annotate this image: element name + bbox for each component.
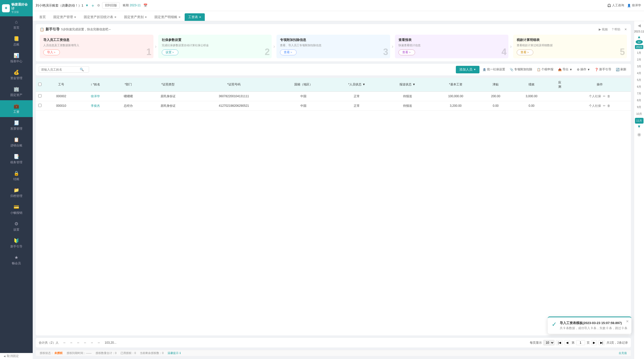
account-dropdown-icon[interactable]: ▼ <box>85 4 89 7</box>
page-prev-button[interactable]: ◀ <box>564 340 570 345</box>
operations-button[interactable]: ⚙ 操作 ▼ <box>575 66 592 73</box>
page-first-button[interactable]: |◀ <box>556 340 562 345</box>
tab-home[interactable]: 首页 <box>36 13 49 21</box>
user-profile[interactable]: 👤 徐泽华 <box>627 3 641 8</box>
tab-fixed-assets[interactable]: 固定资产管理 ✕ <box>50 13 80 21</box>
sidebar-item-expense[interactable]: 💳 小畅报销 <box>0 201 33 218</box>
right-panel-month-10[interactable]: 10月 <box>635 111 643 117</box>
sidebar-item-ledger[interactable]: 📒 总账 <box>0 33 33 50</box>
page-next-button[interactable]: ▶ <box>591 340 597 345</box>
right-panel-month-5[interactable]: 5月 <box>635 77 643 83</box>
action-delete-icon-2[interactable]: 🗑 <box>607 104 610 108</box>
sidebar-item-payroll[interactable]: 💼 工资 <box>0 100 33 117</box>
new-guide-button[interactable]: ❓ 新手引导 <box>593 66 613 73</box>
right-panel-month-11[interactable]: 11月 <box>635 118 643 124</box>
sidebar-item-reports[interactable]: 📊 报表中心 <box>0 50 33 67</box>
refresh-button[interactable]: 🔄 刷新 <box>614 66 628 73</box>
user-avatar: 👤 <box>627 4 631 7</box>
wizard-help-link[interactable]: ? 帮助 <box>612 27 620 32</box>
sidebar-item-guide[interactable]: 🔰 新手引导 <box>0 235 33 252</box>
action-social-1[interactable]: 个人社保 <box>589 94 601 98</box>
action-social-2[interactable]: 个人社保 <box>589 104 601 108</box>
sidebar-item-closing[interactable]: 🔒 结账 <box>0 168 33 184</box>
sidebar-item-funds[interactable]: 💰 资金管理 <box>0 67 33 83</box>
wizard-step-1-button[interactable]: 导入＞ <box>43 49 60 55</box>
wizard-step-3-num: 3 <box>383 47 388 57</box>
right-panel-month-2[interactable]: 2月 <box>635 57 643 63</box>
add-person-button[interactable]: 添加人员 ▼ <box>456 66 479 73</box>
sidebar-item-home[interactable]: ⌂ 首页 <box>0 16 33 33</box>
right-panel-down-icon[interactable]: ▼ <box>637 125 641 129</box>
right-panel-month-6[interactable]: 6月 <box>635 84 643 90</box>
right-panel-up-icon[interactable]: ▲ <box>637 35 641 39</box>
special-deduction-button[interactable]: 📎 专项附加扣除 <box>508 66 534 73</box>
topbar-right: 🎧 人工咨询 👤 徐泽华 <box>607 3 641 8</box>
right-panel-month-7[interactable]: 7月 <box>635 91 643 96</box>
right-panel-month-8[interactable]: 8月 <box>635 97 643 103</box>
tab-close-fixed-category[interactable]: ✕ <box>145 16 147 19</box>
settings-icon: ⚙ <box>14 221 18 227</box>
tab-fixed-detail[interactable]: 固定资产明细账 ✕ <box>151 13 184 21</box>
right-panel-year-label[interactable]: 12 <box>636 40 643 44</box>
wizard-step-4-button[interactable]: 查看＞ <box>398 49 415 55</box>
row-check-1[interactable] <box>38 94 42 97</box>
sidebar-item-fixed[interactable]: 🏢 固定资产 <box>0 83 33 100</box>
tab-close-fixed-depreciation[interactable]: ✕ <box>114 16 116 19</box>
activate-link[interactable]: 去充值 <box>619 351 627 354</box>
col-header-status[interactable]: *人员状态 ▼ <box>331 78 383 92</box>
tab-fixed-depreciation[interactable]: 固定资产折旧统计表 ✕ <box>80 13 120 21</box>
cell-idnum-2: 412702198206290521 <box>192 101 276 111</box>
right-panel-year[interactable]: 2023 <box>635 45 643 49</box>
wizard-step-2-button[interactable]: 设置＞ <box>162 49 178 55</box>
sidebar-item-label: 设置 <box>13 228 19 232</box>
name-link-1[interactable]: 徐泽华 <box>91 94 100 98</box>
action-delete-icon-1[interactable]: 🗑 <box>607 94 610 98</box>
tab-close-fixed-assets[interactable]: ✕ <box>74 16 76 19</box>
add-account-icon[interactable]: ＋ <box>91 3 95 9</box>
page-last-button[interactable]: ▶| <box>598 340 605 345</box>
tax-declare-button[interactable]: 📋 个税申报 <box>535 66 555 73</box>
wizard-step-3-button[interactable]: 查看＞ <box>280 49 297 55</box>
social-insurance-button[interactable]: 🏦 统一社保设置 <box>481 66 507 73</box>
action-edit-icon-1[interactable]: ✏ <box>603 94 606 98</box>
per-page-select[interactable]: 10 20 50 <box>543 340 554 345</box>
calendar-icon[interactable]: 📅 <box>143 4 147 7</box>
right-panel-expand-icon[interactable]: ◀ <box>638 23 641 28</box>
tab-fixed-category[interactable]: 固定资产类别 ✕ <box>120 13 150 21</box>
row-check-2[interactable] <box>38 104 42 107</box>
toast-close-icon[interactable]: ✕ <box>626 319 629 323</box>
sidebar-item-purchases[interactable]: 📋 进销台账 <box>0 134 33 151</box>
select-all-checkbox[interactable] <box>38 83 42 86</box>
right-panel-month-3[interactable]: 3月 <box>635 64 643 69</box>
wizard-video-link[interactable]: ▶ 视频 <box>599 27 608 32</box>
sidebar-item-label: 结账 <box>13 177 19 181</box>
sidebar-item-archives[interactable]: 📁 归档管理 <box>0 184 33 201</box>
sidebar-item-settings[interactable]: ⚙ 设置 <box>0 218 33 235</box>
right-panel-month-9[interactable]: 9月 <box>635 104 643 110</box>
tab-close-fixed-detail[interactable]: ✕ <box>178 16 181 19</box>
wizard-title: 📋 新手引导 5步快速完成设置，快去完善信息吧～ <box>40 27 111 32</box>
right-panel-feedback-icon[interactable]: ◉ <box>637 132 641 137</box>
sidebar-item-member[interactable]: ★ 畅会员 <box>0 252 33 269</box>
right-panel-month-1[interactable]: 1月 <box>635 50 643 56</box>
page-number-input[interactable] <box>576 340 585 345</box>
tab-payroll[interactable]: 工资表 ✕ <box>185 13 205 21</box>
consult-button[interactable]: 🎧 人工咨询 <box>607 3 624 8</box>
wizard-step-5-button[interactable]: 查看＞ <box>517 49 533 55</box>
right-panel-month-4[interactable]: 4月 <box>635 70 643 76</box>
col-header-name[interactable]: ↕ *姓名 <box>78 78 112 92</box>
col-header-report[interactable]: 报送状态 ▼ <box>383 78 432 92</box>
search-icon[interactable]: 🔍 <box>80 68 84 71</box>
operations-arrow-icon: ▼ <box>587 68 590 71</box>
tab-close-payroll[interactable]: ✕ <box>199 16 201 19</box>
name-link-2[interactable]: 李俊杰 <box>91 104 100 108</box>
sidebar-item-invoices[interactable]: 🧾 发票管理 <box>0 117 33 134</box>
wizard-close-icon[interactable]: ✕ <box>624 28 627 31</box>
action-edit-icon-2[interactable]: ✏ <box>603 104 606 108</box>
sidebar-item-tax[interactable]: 📑 税务管理 <box>0 151 33 168</box>
search-input[interactable] <box>41 68 79 71</box>
cancel-fixed-button[interactable]: ◄ 取消固定 <box>3 354 19 358</box>
switch-version-button[interactable]: 切到旧版 <box>102 2 120 9</box>
settings-gear-icon[interactable]: ⚙ <box>97 4 100 7</box>
export-button[interactable]: 📤 导出 ▼ <box>556 66 574 73</box>
